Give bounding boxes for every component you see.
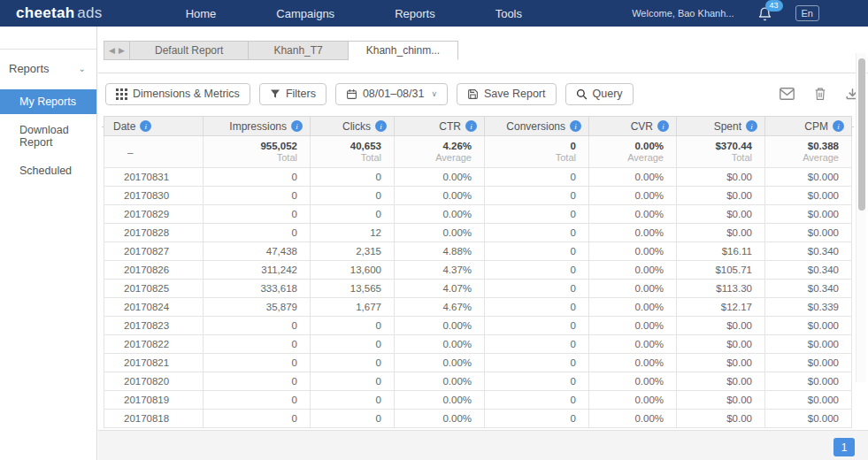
column-header-date[interactable]: Datei <box>104 117 204 136</box>
nav-item-reports[interactable]: Reports <box>365 7 465 20</box>
spent-cell: $0.00 <box>677 187 765 205</box>
nav-item-campaigns[interactable]: Campaigns <box>246 7 365 20</box>
dimensions-metrics-label: Dimensions & Metrics <box>133 88 240 100</box>
save-report-label: Save Report <box>484 88 545 100</box>
notifications-button[interactable]: 43 <box>757 6 772 21</box>
info-icon[interactable]: i <box>570 120 581 132</box>
clicks-cell: 0 <box>311 335 395 354</box>
sidebar-item-scheduled[interactable]: Scheduled <box>0 158 96 183</box>
scrollbar-thumb[interactable] <box>858 58 865 211</box>
total-sub-label: Total <box>216 152 297 163</box>
save-report-button[interactable]: Save Report <box>457 83 556 105</box>
pagination-page-1[interactable]: 1 <box>833 438 855 456</box>
info-icon[interactable]: i <box>657 120 669 132</box>
nav-item-home[interactable]: Home <box>156 7 247 20</box>
nav-item-tools[interactable]: Tools <box>465 7 552 20</box>
table-total-row: – 955,052Total 40,653Total 4.26%Average … <box>104 136 852 168</box>
navbar-right: Welcome, Bao Khanh... 43 En <box>632 5 819 21</box>
spent-cell: $0.00 <box>677 205 765 224</box>
sidebar-group-label: Reports <box>9 62 50 75</box>
impressions-cell: 0 <box>204 205 311 224</box>
query-label: Query <box>593 88 623 100</box>
column-header-conversions[interactable]: Conversionsi <box>485 117 589 136</box>
clicks-cell: 0 <box>311 354 395 372</box>
impressions-cell: 0 <box>204 410 311 428</box>
table-scrollbar[interactable] <box>856 53 866 382</box>
column-label: Spent <box>714 120 741 133</box>
column-label: Impressions <box>229 120 287 133</box>
date-range-button[interactable]: 08/01–08/31 ∨ <box>335 83 448 105</box>
column-header-ctr[interactable]: CTRi <box>395 117 485 136</box>
spent-cell: $0.00 <box>677 317 765 335</box>
clicks-cell: 2,315 <box>311 242 395 261</box>
cpm-cell: $0.000 <box>765 168 852 187</box>
trash-icon[interactable] <box>814 87 826 101</box>
column-label: Clicks <box>342 120 371 133</box>
total-value: $0.388 <box>778 141 839 151</box>
clicks-cell: 0 <box>311 410 395 428</box>
date-cell: 20170821 <box>104 354 204 372</box>
conversions-cell: 0 <box>485 187 589 205</box>
table-row: 20170821 0 0 0.00% 0 0.00% $0.00 $0.000 <box>104 354 852 372</box>
clicks-cell: 0 <box>311 205 395 224</box>
info-icon[interactable]: i <box>140 120 151 132</box>
cpm-cell: $0.340 <box>765 280 852 298</box>
cpm-cell: $0.000 <box>765 354 852 372</box>
cpm-cell: $0.000 <box>765 205 852 224</box>
dimensions-metrics-button[interactable]: Dimensions & Metrics <box>105 83 250 105</box>
total-sub-label: Average <box>407 152 472 163</box>
date-cell: 20170830 <box>104 187 204 205</box>
table-body: – 955,052Total 40,653Total 4.26%Average … <box>104 136 852 428</box>
info-icon[interactable]: i <box>291 120 303 132</box>
conversions-cell: 0 <box>485 168 589 187</box>
clicks-cell: 0 <box>311 168 395 187</box>
spent-cell: $16.11 <box>677 242 765 261</box>
language-selector[interactable]: En <box>795 5 819 21</box>
total-value: 955,052 <box>216 141 297 151</box>
app-logo[interactable]: cheetahads <box>16 4 103 22</box>
tab-scroll-right-icon[interactable]: ▶ <box>119 46 125 55</box>
main-nav: Home Campaigns Reports Tools <box>156 7 552 20</box>
tab-default-report[interactable]: Default Report <box>130 41 249 60</box>
tab-scroll-arrows[interactable]: ◀ ▶ <box>104 41 130 60</box>
table-row: 20170820 0 0 0.00% 0 0.00% $0.00 $0.000 <box>104 372 852 391</box>
sidebar: Reports ⌄ My Reports Download Report Sch… <box>0 27 97 460</box>
column-header-impressions[interactable]: Impressionsi <box>204 117 311 136</box>
spent-cell: $0.00 <box>677 410 765 428</box>
tab-khanh-chinm[interactable]: Khanh_chinm... <box>349 41 458 60</box>
spent-cell: $0.00 <box>677 168 765 187</box>
clicks-cell: 0 <box>311 317 395 335</box>
info-icon[interactable]: i <box>833 120 844 132</box>
total-cell: 4.26%Average <box>395 136 485 168</box>
tab-khanh-t7[interactable]: Khanh_T7 <box>249 41 348 60</box>
welcome-user[interactable]: Welcome, Bao Khanh... <box>632 8 734 19</box>
info-icon[interactable]: i <box>746 120 757 132</box>
table-row: 20170828 0 12 0.00% 0 0.00% $0.00 $0.000 <box>104 224 852 242</box>
column-header-cpm[interactable]: CPMi <box>765 117 852 136</box>
total-sub-label: Average <box>602 152 664 163</box>
date-cell: 20170828 <box>104 224 204 242</box>
query-button[interactable]: Query <box>565 83 634 105</box>
total-value: 0.00% <box>602 141 664 151</box>
sidebar-group-reports[interactable]: Reports ⌄ <box>0 62 96 75</box>
tab-scroll-left-icon[interactable]: ◀ <box>109 46 115 55</box>
column-header-spent[interactable]: Spenti <box>677 117 765 136</box>
total-sub-label: Average <box>778 152 839 163</box>
column-header-clicks[interactable]: Clicksi <box>311 117 395 136</box>
grid-icon <box>116 88 127 100</box>
notification-badge: 43 <box>765 0 783 12</box>
spent-cell: $0.00 <box>677 335 765 354</box>
sidebar-item-my-reports[interactable]: My Reports <box>0 89 96 114</box>
sidebar-item-download-report[interactable]: Download Report <box>0 118 96 155</box>
column-header-cvr[interactable]: CVRi <box>589 117 677 136</box>
mail-icon[interactable] <box>780 88 795 100</box>
spent-cell: $0.00 <box>677 354 765 372</box>
info-icon[interactable]: i <box>375 120 387 132</box>
column-label: CTR <box>439 120 461 133</box>
impressions-cell: 0 <box>204 335 311 354</box>
total-cell: 0Total <box>485 136 589 168</box>
table-footer: 1 <box>98 430 868 460</box>
clicks-cell: 1,677 <box>311 298 395 317</box>
filters-button[interactable]: Filters <box>259 83 326 105</box>
info-icon[interactable]: i <box>465 120 477 132</box>
